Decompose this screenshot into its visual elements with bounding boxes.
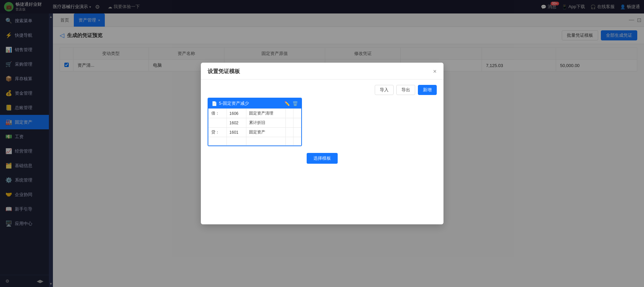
import-button[interactable]: 导入 <box>375 85 394 95</box>
template-row-debit2: 1602 累计折旧 <box>208 118 301 128</box>
debit-label2 <box>208 118 226 128</box>
template-card-title: 📄 5-固定资产减少 <box>212 100 249 106</box>
template-card-header: 📄 5-固定资产减少 ✏️ 🗑️ <box>208 98 301 108</box>
template-card-actions: ✏️ 🗑️ <box>284 101 298 106</box>
export-button[interactable]: 导出 <box>396 85 415 95</box>
debit-name2: 累计折旧 <box>246 118 286 128</box>
modal-body: 📄 5-固定资产减少 ✏️ 🗑️ 借： 1606 <box>201 98 443 224</box>
credit-amount2 <box>293 128 301 137</box>
empty-cell5 <box>293 137 301 146</box>
debit-amount3 <box>286 118 294 128</box>
modal-close-button[interactable]: × <box>433 68 437 75</box>
debit-amount1 <box>286 109 294 118</box>
template-name: 5-固定资产减少 <box>219 100 249 106</box>
template-row-credit1: 贷： 1601 固定资产 <box>208 128 301 137</box>
modal-set-template: 设置凭证模板 × 导入 导出 新增 📄 5-固定资产减少 ✏️ 🗑️ <box>201 63 443 224</box>
template-row-debit1: 借： 1606 固定资产清理 <box>208 109 301 118</box>
modal-title: 设置凭证模板 <box>208 68 240 75</box>
template-doc-icon: 📄 <box>212 101 217 106</box>
template-delete-icon[interactable]: 🗑️ <box>293 101 298 106</box>
debit-amount2 <box>293 109 301 118</box>
template-card: 📄 5-固定资产减少 ✏️ 🗑️ 借： 1606 <box>208 98 302 146</box>
debit-amount4 <box>293 118 301 128</box>
modal-header: 设置凭证模板 × <box>201 63 443 79</box>
debit-label: 借： <box>208 109 226 118</box>
credit-amount1 <box>286 128 294 137</box>
modal-overlay[interactable]: 设置凭证模板 × 导入 导出 新增 📄 5-固定资产减少 ✏️ 🗑️ <box>0 0 644 287</box>
empty-cell2 <box>226 137 246 146</box>
template-card-body: 借： 1606 固定资产清理 1602 累计折旧 <box>208 108 301 146</box>
empty-cell1 <box>208 137 226 146</box>
new-template-button[interactable]: 新增 <box>418 85 437 95</box>
empty-cell4 <box>286 137 294 146</box>
debit-name1: 固定资产清理 <box>246 109 286 118</box>
modal-toolbar: 导入 导出 新增 <box>201 79 443 98</box>
debit-code2: 1602 <box>226 118 246 128</box>
credit-code1: 1601 <box>226 128 246 137</box>
template-row-empty <box>208 137 301 146</box>
empty-cell3 <box>246 137 286 146</box>
credit-name1: 固定资产 <box>246 128 286 137</box>
template-select-container: 选择模板 <box>208 153 437 164</box>
select-template-button[interactable]: 选择模板 <box>307 153 338 164</box>
credit-label: 贷： <box>208 128 226 137</box>
debit-code1: 1606 <box>226 109 246 118</box>
template-edit-icon[interactable]: ✏️ <box>284 101 290 106</box>
